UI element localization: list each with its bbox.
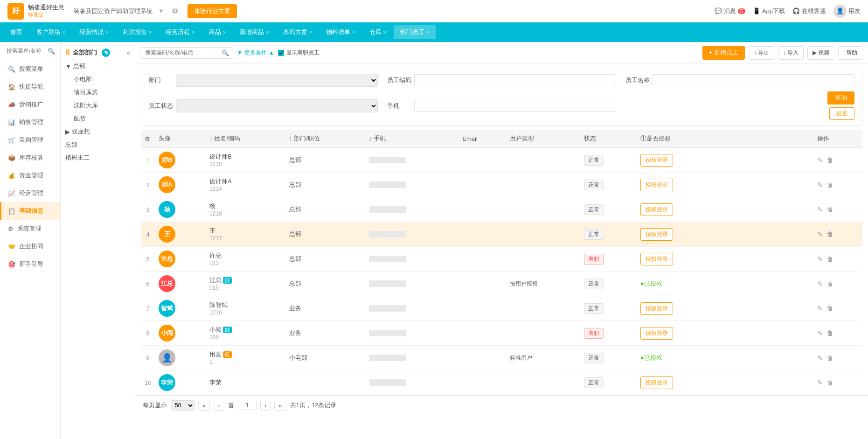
sidebar-item-marketing[interactable]: 📣 营销推广: [0, 96, 60, 113]
edit-icon[interactable]: ✎: [817, 379, 823, 386]
trial-button[interactable]: 体验行业方案: [187, 4, 237, 18]
authorize-btn[interactable]: 授权登录: [640, 302, 673, 315]
dept-node-xiaodibu[interactable]: 小电部: [61, 73, 135, 86]
online-service-btn[interactable]: 🎧 在线客服: [792, 7, 826, 15]
sidebar-item-purchase[interactable]: 🛒 采购管理: [0, 131, 60, 149]
cell-auth[interactable]: ●已授权: [637, 272, 721, 296]
authorize-btn[interactable]: 授权登录: [640, 154, 673, 167]
delete-icon[interactable]: 🗑: [826, 255, 833, 263]
filter-empname-input[interactable]: [653, 74, 854, 86]
tab-goods-close[interactable]: ×: [223, 29, 226, 35]
cell-auth[interactable]: 授权登录: [637, 296, 721, 321]
sidebar-search-icon[interactable]: 🔍: [48, 48, 55, 55]
dept-node-zongbu[interactable]: ▼ 总部: [61, 60, 135, 73]
delete-icon[interactable]: 🗑: [826, 156, 833, 164]
add-employee-btn[interactable]: + 新增员工: [702, 46, 745, 60]
authorize-btn[interactable]: 授权登录: [640, 327, 673, 340]
tab-dept-staff[interactable]: 部门员工×: [394, 25, 436, 39]
export-btn[interactable]: ↑ 导出: [749, 46, 774, 60]
filter-phone-input[interactable]: [414, 100, 616, 112]
cell-auth[interactable]: 授权登录: [637, 148, 721, 173]
cell-auth[interactable]: 授权登录: [637, 370, 721, 395]
sidebar-item-basics[interactable]: 📋 基础信息: [0, 202, 60, 220]
sidebar-item-guide[interactable]: 🎯 新手引导: [0, 255, 60, 273]
tab-add-goods[interactable]: 新增商品×: [233, 25, 275, 39]
tab-customer-close[interactable]: ×: [62, 29, 65, 35]
set-btn[interactable]: 设置: [829, 107, 854, 120]
dept-node-shenyang[interactable]: 沈阳大库: [61, 99, 135, 112]
tab-history-close[interactable]: ×: [192, 29, 194, 35]
tab-profit[interactable]: 利润报告×: [116, 25, 158, 39]
edit-icon[interactable]: ✎: [817, 255, 823, 263]
sidebar-item-search[interactable]: 🔍 搜索菜单: [0, 60, 60, 78]
show-resigned-checkbox[interactable]: [278, 50, 284, 56]
col-phone[interactable]: ↕ 手机: [365, 130, 459, 148]
edit-icon[interactable]: ✎: [817, 230, 823, 238]
dept-node-xiangmuku[interactable]: 项目库房: [61, 86, 135, 99]
cell-auth[interactable]: 授权登录: [637, 173, 721, 197]
filter-empcode-input[interactable]: [414, 74, 616, 86]
page-input[interactable]: [238, 401, 257, 410]
tab-barcode-close[interactable]: ×: [309, 29, 312, 35]
delete-icon[interactable]: 🗑: [826, 329, 833, 337]
delete-icon[interactable]: 🗑: [826, 181, 833, 188]
import-btn[interactable]: ↓ 导入: [778, 46, 804, 60]
authorize-btn[interactable]: 授权登录: [640, 179, 673, 191]
last-page-btn[interactable]: »: [274, 401, 286, 411]
cell-auth[interactable]: 授权登录: [637, 321, 721, 346]
dept-collapse-btn[interactable]: «: [127, 49, 130, 56]
delete-icon[interactable]: 🗑: [826, 379, 833, 386]
cell-auth[interactable]: 授权登录: [637, 197, 721, 222]
delete-icon[interactable]: 🗑: [826, 206, 833, 213]
delete-icon[interactable]: 🗑: [826, 230, 833, 238]
sidebar-item-nav[interactable]: 🏠 快捷导航: [0, 78, 60, 96]
delete-icon[interactable]: 🗑: [826, 280, 833, 287]
tab-warehouse-close[interactable]: ×: [383, 29, 386, 35]
sidebar-item-sales[interactable]: 📊 销售管理: [0, 113, 60, 131]
col-name[interactable]: ↕ 姓名/编码: [206, 130, 285, 148]
tab-dept-close[interactable]: ×: [426, 29, 429, 35]
tab-bom-close[interactable]: ×: [352, 29, 355, 35]
tab-home[interactable]: 首页: [4, 25, 29, 39]
settings-btn[interactable]: ⚙: [172, 7, 178, 15]
user-btn[interactable]: 👤 用友: [833, 5, 861, 18]
tab-bom[interactable]: 物料清单×: [319, 25, 361, 39]
tab-goods[interactable]: 商品×: [202, 25, 232, 39]
tab-profit-close[interactable]: ×: [149, 29, 152, 35]
sidebar-item-finance[interactable]: 💰 资金管理: [0, 167, 60, 184]
col-dept[interactable]: ↕ 部门/职位: [285, 130, 365, 148]
message-btn[interactable]: 💬 消息 5: [715, 7, 745, 15]
tab-customer[interactable]: 客户联络×: [30, 25, 72, 39]
per-page-select[interactable]: 50 100: [171, 400, 194, 411]
edit-icon[interactable]: ✎: [817, 329, 823, 337]
tab-barcode[interactable]: 条码方案×: [277, 25, 319, 39]
dept-node-peihuo[interactable]: 配货: [61, 112, 135, 125]
sidebar-item-inventory[interactable]: 📦 库存核算: [0, 149, 60, 167]
more-filter-btn[interactable]: ▼ 更多条件 ▲: [237, 49, 274, 57]
sidebar-search-input[interactable]: [4, 46, 46, 56]
edit-icon[interactable]: ✎: [817, 305, 823, 312]
view-btn[interactable]: ▶ 视频: [807, 46, 834, 60]
edit-icon[interactable]: ✎: [817, 156, 823, 164]
dept-edit-icon[interactable]: ✎: [102, 49, 110, 57]
edit-icon[interactable]: ✎: [817, 206, 823, 213]
tab-add-goods-close[interactable]: ×: [266, 29, 269, 35]
help-btn[interactable]: | 帮助: [838, 46, 862, 60]
filter-dept-select[interactable]: [176, 74, 378, 87]
system-title-dropdown[interactable]: ▼: [158, 7, 164, 14]
filter-status-select[interactable]: [176, 99, 378, 112]
first-page-btn[interactable]: «: [198, 401, 210, 411]
authorize-btn[interactable]: 授权登录: [640, 253, 673, 265]
sidebar-item-operations[interactable]: 📈 经营管理: [0, 184, 60, 202]
search-btn[interactable]: 查询: [827, 91, 854, 105]
tab-warehouse[interactable]: 仓库×: [363, 25, 393, 39]
tab-history[interactable]: 经营历程×: [159, 25, 201, 39]
edit-icon[interactable]: ✎: [817, 354, 823, 362]
col-settings[interactable]: ⚙: [141, 130, 155, 148]
cell-auth[interactable]: 授权登录: [637, 247, 721, 272]
tab-operations-close[interactable]: ×: [105, 29, 108, 35]
authorize-btn[interactable]: 授权登录: [640, 376, 673, 389]
tab-operations[interactable]: 经营情况×: [73, 25, 115, 39]
dept-node-zhishu[interactable]: 植树王二: [61, 151, 135, 164]
sidebar-item-collab[interactable]: 🤝 企业协同: [0, 237, 60, 255]
